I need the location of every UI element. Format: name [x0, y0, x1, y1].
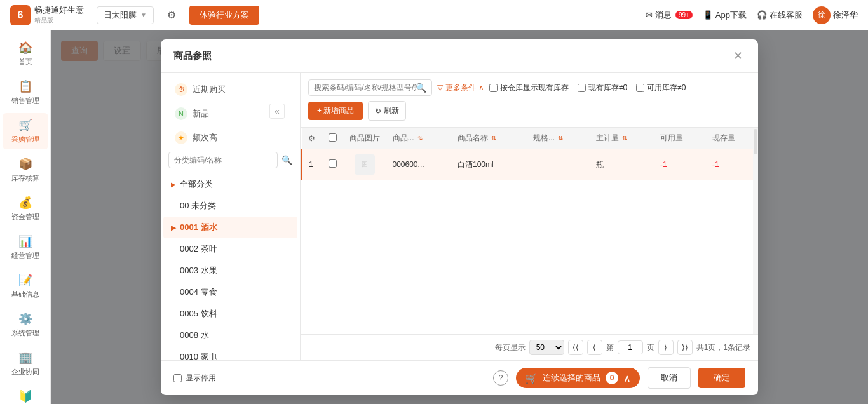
page-number-input[interactable] — [618, 340, 643, 354]
th-gear: ⚙ — [302, 128, 322, 149]
gear-header-icon[interactable]: ⚙ — [308, 134, 315, 143]
cat-item-0008[interactable]: 0008 水 — [163, 325, 297, 346]
th-code-label: 商品... — [393, 133, 414, 142]
logo-area: 6 畅捷通好生意 精品版 — [10, 5, 84, 25]
tab-recent[interactable]: ⏱ 近期购买 — [168, 78, 269, 101]
cat-item-0003[interactable]: 0003 水果 — [163, 260, 297, 281]
sidebar-item-inventory[interactable]: 📦 库存核算 — [3, 152, 48, 188]
checkbox-by-warehouse[interactable]: 按仓库显示现有库存 — [489, 83, 569, 93]
th-code[interactable]: 商品... ⇅ — [386, 128, 452, 149]
product-search-input[interactable] — [314, 83, 416, 92]
sidebar-item-sales[interactable]: 📋 销售管理 — [3, 74, 48, 111]
trial-button[interactable]: 体验行业方案 — [189, 6, 259, 25]
table-toolbar: 🔍 ▽ 更多条件 ∧ 按仓库显示现有库存 — [301, 73, 758, 128]
confirm-button[interactable]: 确定 — [698, 368, 745, 388]
first-page-button[interactable]: ⟨⟨ — [568, 340, 583, 355]
product-search-icon[interactable]: 🔍 — [416, 83, 426, 93]
help-icon[interactable]: ? — [493, 370, 508, 386]
cell-checkbox[interactable] — [322, 149, 343, 180]
per-page-select[interactable]: 50 100 200 — [529, 340, 564, 355]
close-icon[interactable]: ✕ — [730, 48, 745, 64]
sidebar-item-purchase[interactable]: 🛒 采购管理 — [3, 113, 48, 149]
tab-new[interactable]: N 新品 — [168, 102, 269, 125]
table-header-row: ⚙ 商品图片 — [302, 128, 759, 149]
sidebar-label-base: 基础信息 — [11, 290, 39, 299]
add-product-button[interactable]: + 新增商品 — [308, 102, 363, 120]
checkbox-group: 按仓库显示现有库存 现有库存≠0 可用库存≠0 — [489, 83, 686, 93]
collapse-button[interactable]: « — [269, 104, 285, 119]
cat-item-0010[interactable]: 0010 家电 — [163, 346, 297, 360]
sidebar-item-guide[interactable]: 🔰 新手引导 — [3, 384, 48, 404]
show-disabled-input[interactable] — [173, 374, 182, 382]
cat-0005-label: 0005 饮料 — [180, 308, 217, 320]
cat-0003-label: 0003 水果 — [180, 265, 217, 276]
cancel-button[interactable]: 取消 — [648, 367, 691, 389]
sidebar-label-enterprise: 企业协同 — [11, 367, 39, 377]
modal-overlay: 商品参照 ✕ ⏱ 近期购买 — [51, 30, 868, 404]
modal-body: ⏱ 近期购买 N 新品 ★ 频次高 — [161, 73, 758, 360]
layout: 🏠 首页 📋 销售管理 🛒 采购管理 📦 库存核算 💰 资金管理 📊 经营管理 … — [0, 30, 868, 404]
cat-item-all[interactable]: ▶ 全部分类 — [163, 173, 297, 195]
sidebar-item-home[interactable]: 🏠 首页 — [3, 36, 48, 72]
finance-icon: 💰 — [18, 196, 32, 210]
dropdown-arrow-icon: ▼ — [140, 11, 147, 18]
cat-item-0002[interactable]: 0002 茶叶 — [163, 238, 297, 260]
th-stock: 现存量 — [706, 128, 758, 149]
username: 徐泽华 — [833, 10, 858, 21]
messages-button[interactable]: ✉ 消息 99+ — [646, 10, 693, 21]
show-disabled-checkbox[interactable]: 显示停用 — [173, 373, 216, 384]
cart-area[interactable]: 🛒 连续选择的商品 0 ∧ — [516, 368, 640, 388]
category-search-icon[interactable]: 🔍 — [281, 155, 292, 165]
sidebar-item-base[interactable]: 📝 基础信息 — [3, 268, 48, 304]
cart-collapse-icon[interactable]: ∧ — [623, 372, 631, 384]
avatar: 徐 — [813, 6, 831, 24]
sales-icon: 📋 — [18, 79, 32, 93]
prev-page-button[interactable]: ⟨ — [587, 340, 602, 355]
th-unit[interactable]: 主计量 ⇅ — [590, 128, 654, 149]
checkbox-has-stock[interactable]: 现有库存≠0 — [578, 83, 627, 93]
mobile-icon: 📱 — [703, 10, 713, 20]
user-area[interactable]: 徐 徐泽华 — [813, 6, 858, 24]
expand-icon-0001: ▶ — [171, 224, 176, 231]
cell-img: 图 — [343, 149, 386, 180]
cat-item-0001[interactable]: ▶ 0001 酒水 — [163, 217, 297, 238]
tab-frequent[interactable]: ★ 频次高 — [168, 126, 269, 149]
next-page-button[interactable]: ⟩ — [658, 340, 674, 355]
filter-button[interactable]: ▽ 更多条件 ∧ — [437, 83, 484, 93]
row-checkbox[interactable] — [329, 159, 337, 168]
cat-item-00[interactable]: 00 未分类 — [163, 195, 297, 217]
checkbox-available[interactable]: 可用库存≠0 — [636, 83, 686, 93]
sidebar: 🏠 首页 📋 销售管理 🛒 采购管理 📦 库存核算 💰 资金管理 📊 经营管理 … — [0, 30, 51, 404]
cat-item-0005[interactable]: 0005 饮料 — [163, 303, 297, 325]
select-all-checkbox[interactable] — [329, 133, 337, 142]
app-download-button[interactable]: 📱 App下载 — [703, 10, 747, 21]
sidebar-item-system[interactable]: ⚙️ 系统管理 — [3, 307, 48, 343]
settings-icon[interactable]: ⚙ — [161, 5, 182, 25]
cat-all-label: 全部分类 — [180, 178, 213, 190]
table-row[interactable]: 1 图 000600... 白酒100ml — [302, 149, 759, 180]
sidebar-item-business[interactable]: 📊 经营管理 — [3, 229, 48, 266]
cell-stock: -1 — [706, 149, 758, 180]
checkbox-has-stock-input[interactable] — [578, 84, 586, 92]
scroll-track[interactable] — [753, 128, 758, 334]
cat-item-0004[interactable]: 0004 零食 — [163, 281, 297, 303]
sidebar-item-finance[interactable]: 💰 资金管理 — [3, 191, 48, 227]
home-icon: 🏠 — [18, 41, 32, 55]
online-service-button[interactable]: 🎧 在线客服 — [757, 10, 803, 21]
cat-00-label: 00 未分类 — [180, 200, 216, 212]
th-name[interactable]: 商品名称 ⇅ — [451, 128, 527, 149]
th-spec-label: 规格... — [533, 133, 555, 142]
last-page-button[interactable]: ⟩⟩ — [677, 340, 693, 355]
pagination: 每页显示 50 100 200 ⟨⟨ ⟨ 第 页 ⟩ — [301, 334, 758, 360]
sidebar-item-enterprise[interactable]: 🏢 企业协同 — [3, 346, 48, 382]
category-search-input[interactable] — [168, 152, 278, 168]
th-stock-label: 现存量 — [712, 133, 735, 142]
checkbox-available-input[interactable] — [636, 84, 644, 92]
guide-icon: 🔰 — [18, 389, 32, 403]
checkbox-by-warehouse-input[interactable] — [489, 84, 498, 92]
cart-label: 连续选择的商品 — [543, 372, 600, 384]
th-spec[interactable]: 规格... ⇅ — [527, 128, 590, 149]
clock-icon: ⏱ — [175, 83, 187, 96]
refresh-button[interactable]: ↻ 刷新 — [368, 101, 406, 121]
store-dropdown[interactable]: 日太阳膜 ▼ — [97, 6, 154, 24]
